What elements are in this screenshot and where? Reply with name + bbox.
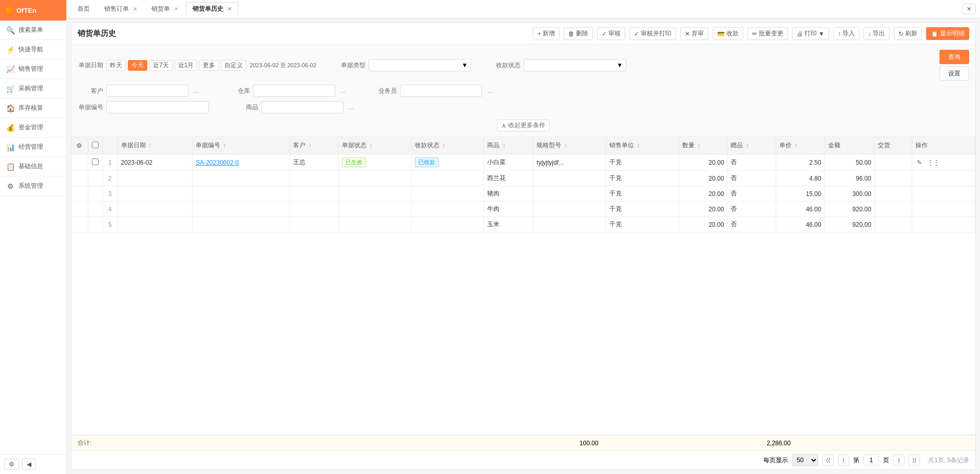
approve-button[interactable]: ✓ 审核 [597,27,625,40]
sidebar-item-operation[interactable]: 📊 经营管理 [0,137,66,157]
row-check[interactable] [88,202,102,217]
add-button[interactable]: + 新增 [533,27,560,40]
sidebar-settings-btn[interactable]: ⚙ [4,459,19,470]
last-page-btn[interactable]: ⟩⟩ [909,455,920,466]
salesperson-ellipsis[interactable]: ... [485,87,494,94]
close-all-btn[interactable]: ✕ [962,4,976,14]
salesperson-input[interactable] [400,85,482,97]
sidebar-item-search-menu[interactable]: 🔍 搜索菜单 [0,21,66,40]
tabbar: 首页 销售订单 ✕ 销货单 ✕ 销货单历史 ✕ ✕ [67,0,980,18]
date-btn-yesterday[interactable]: 昨天 [106,60,126,71]
col-date[interactable]: 单据日期 ↕ [118,137,193,154]
row-doc-status [338,186,411,202]
col-payment-status[interactable]: 收款状态 ↕ [411,137,484,154]
row-check[interactable] [88,186,102,202]
row-check[interactable] [88,154,102,171]
filter-settings-button[interactable]: 设置 [939,66,969,81]
row-unit: 千克 [606,154,679,171]
edit-icon[interactable]: ✎ [915,159,924,167]
col-doc-status[interactable]: 单据状态 ↕ [338,137,411,154]
sidebar-item-quick-nav[interactable]: ⚡ 快捷导航 [0,40,66,60]
row-check[interactable] [88,217,102,232]
payment-status-select[interactable]: ▼ [524,59,626,71]
approve-print-button[interactable]: ✓ 审核并打印 [629,27,676,40]
goods-ellipsis[interactable]: ... [347,104,356,111]
table-row: 3 猪肉 千克 20.00 否 15.00 300.00 [71,186,975,202]
col-docno[interactable]: 单据编号 ↕ [193,137,290,154]
goods-input[interactable] [261,101,343,113]
row-price: 15.00 [776,186,825,202]
prev-page-btn[interactable]: ⟨ [838,455,849,466]
col-goods[interactable]: 商品 ↕ [484,137,533,154]
col-check[interactable] [88,137,102,154]
row-goods: 西兰花 [484,171,533,186]
row-doc-status [338,217,411,232]
page-size-select[interactable]: 50 100 200 [792,454,818,466]
show-detail-button[interactable]: 📋 显示明细 [926,27,969,40]
warehouse-input[interactable] [253,85,335,97]
print-button[interactable]: 🖨 打印 ▼ [792,27,829,40]
tab-sales-goods[interactable]: 销货单 ✕ [145,2,185,16]
row-docno[interactable]: SA-20230602-0 [193,154,290,171]
payment-button[interactable]: 💳 收款 [713,27,743,40]
row-customer [290,171,339,186]
customer-input[interactable] [106,85,188,97]
row-amount: 920.00 [824,217,874,232]
doc-type-select[interactable]: ▼ [369,59,471,71]
col-customer[interactable]: 客户 ↕ [290,137,339,154]
row-check[interactable] [88,171,102,186]
export-button[interactable]: ↓ 导出 [863,27,890,40]
batch-change-button[interactable]: ✏ 批量变更 [747,27,788,40]
sidebar-item-purchase[interactable]: 🛒 采购管理 [0,79,66,98]
date-btn-custom[interactable]: 自定义 [221,60,246,71]
date-btn-7days[interactable]: 近7天 [149,60,172,71]
sidebar-item-finance[interactable]: 💰 资金管理 [0,118,66,137]
row-num: 5 [102,217,118,232]
row-amount: 96.00 [824,171,874,186]
row-price: 2.50 [776,154,825,171]
col-price[interactable]: 单价 ↕ [776,137,825,154]
col-qty[interactable]: 数量 ↕ [679,137,727,154]
next-page-btn[interactable]: ⟩ [893,455,905,466]
row-settings [71,202,88,217]
tab-close-icon[interactable]: ✕ [133,6,137,12]
page-number-input[interactable] [863,455,879,466]
tab-close-icon[interactable]: ✕ [174,6,178,12]
sidebar-item-system[interactable]: ⚙ 系统管理 [0,176,66,196]
col-settings[interactable]: ⚙ [71,137,88,154]
more-icon[interactable]: ⋮⋮ [926,159,941,167]
tab-home[interactable]: 首页 [71,2,97,16]
sidebar-item-basic-info[interactable]: 📋 基础信息 [0,157,66,176]
tab-close-icon[interactable]: ✕ [227,6,232,12]
footer-total-qty: 100.00 [580,440,599,447]
col-gift[interactable]: 赠品 ↕ [727,137,776,154]
doc-type-filter-group: 单据类型 ▼ [340,59,471,71]
row-payment-status [411,202,484,217]
import-button[interactable]: ↑ 导入 [833,27,859,40]
docno-input[interactable] [106,101,209,113]
date-btn-more[interactable]: 更多 [199,60,219,71]
date-btn-1month[interactable]: 近1月 [175,60,198,71]
tab-sales-order[interactable]: 销售订单 ✕ [98,2,144,16]
row-spec [533,202,606,217]
sidebar-collapse-btn[interactable]: ◀ [22,459,36,470]
tab-label: 首页 [78,5,90,13]
page-title: 销货单历史 [78,29,116,38]
query-button[interactable]: 查询 [939,50,969,64]
first-page-btn[interactable]: ⟨⟨ [822,455,834,466]
tab-sales-history[interactable]: 销货单历史 ✕ [186,2,238,16]
col-trade: 交货 [875,137,912,154]
sidebar-item-inventory[interactable]: 🏠 库存核算 [0,98,66,118]
delete-button[interactable]: 🗑 删除 [564,27,593,40]
refresh-button[interactable]: ↻ 刷新 [894,27,922,40]
revoke-button[interactable]: ✕ 弃审 [680,27,708,40]
warehouse-ellipsis[interactable]: ... [338,87,348,94]
date-btn-today[interactable]: 今天 [128,60,147,71]
col-unit[interactable]: 销售单位 ↕ [606,137,679,154]
sidebar-item-sales[interactable]: 📈 销售管理 [0,60,66,79]
collapse-filter-button[interactable]: ∧ 收起更多条件 [497,120,550,131]
col-spec[interactable]: 规格型号 ↕ [533,137,606,154]
payment-status-group: 收款状态 ▼ [495,59,626,71]
customer-ellipsis[interactable]: ... [191,87,201,94]
select-all-checkbox[interactable] [92,142,99,148]
